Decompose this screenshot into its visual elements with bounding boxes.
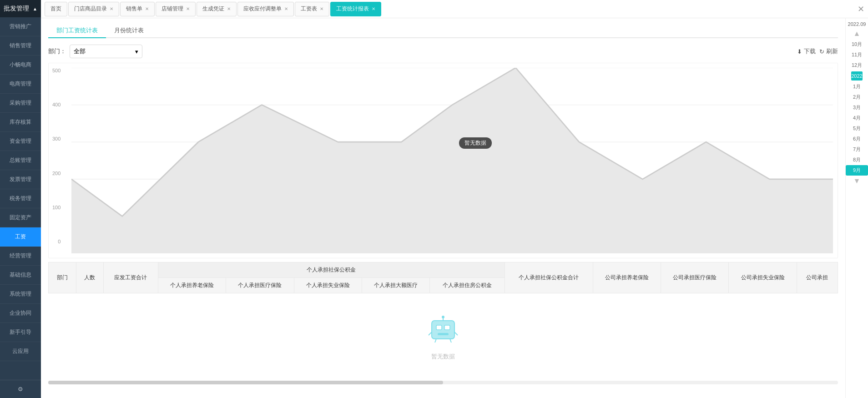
sidebar-item-xitong[interactable]: 系统管理 bbox=[0, 285, 41, 304]
main-content: 首页 门店商品目录 ✕ 销售单 ✕ 店铺管理 ✕ 生成凭证 ✕ 应收应付调整单 … bbox=[41, 0, 868, 398]
sub-tab-dept[interactable]: 部门工资统计表 bbox=[48, 24, 106, 38]
timeline-nov[interactable]: 11月 bbox=[846, 50, 868, 60]
toolbar-actions: ⬇ 下载 ↻ 刷新 bbox=[797, 47, 838, 55]
close-icon[interactable]: ✕ bbox=[186, 6, 190, 11]
timeline-panel: 2022.09 ▲ 10月 11月 12月 2022 1月 2月 3月 4月 5… bbox=[845, 18, 868, 398]
scroll-thumb[interactable] bbox=[48, 381, 443, 384]
svg-point-12 bbox=[442, 316, 444, 318]
timeline-down-icon[interactable]: ▼ bbox=[852, 176, 862, 186]
y-label-0: 0 bbox=[58, 239, 61, 244]
scroll-bar[interactable] bbox=[48, 381, 838, 384]
chart-y-labels: 500 400 300 200 100 0 bbox=[52, 68, 61, 244]
timeline-oct[interactable]: 10月 bbox=[846, 39, 868, 50]
timeline-sep[interactable]: 9月 bbox=[846, 165, 868, 176]
sidebar-item-jingying[interactable]: 经营管理 bbox=[0, 247, 41, 266]
sidebar-item-shuiwu[interactable]: 税务管理 bbox=[0, 189, 41, 208]
sidebar-item-xiaochang[interactable]: 小畅电商 bbox=[0, 55, 41, 75]
svg-rect-7 bbox=[432, 321, 454, 339]
timeline-jul[interactable]: 7月 bbox=[846, 144, 868, 155]
th-count: 人数 bbox=[76, 262, 104, 293]
empty-label: 暂无数据 bbox=[431, 353, 455, 361]
close-all-icon: ✕ bbox=[858, 4, 864, 14]
sidebar-item-zongzhang[interactable]: 总账管理 bbox=[0, 151, 41, 170]
sidebar-arrow-icon: ▲ bbox=[33, 6, 37, 11]
timeline-apr[interactable]: 4月 bbox=[846, 113, 868, 123]
filter-label: 部门： bbox=[48, 47, 66, 55]
close-icon[interactable]: ✕ bbox=[110, 6, 113, 11]
timeline-feb[interactable]: 2月 bbox=[846, 92, 868, 102]
th-company-medical: 公司承担医疗保险 bbox=[661, 262, 728, 293]
timeline-up-icon[interactable]: ▲ bbox=[852, 28, 862, 39]
gear-icon: ⚙ bbox=[18, 386, 23, 393]
dept-select[interactable]: 全部 ▾ bbox=[70, 45, 142, 58]
svg-marker-6 bbox=[71, 68, 833, 253]
th-personal-total: 个人承担社保公积金合计 bbox=[505, 262, 593, 293]
tab-store-mgmt[interactable]: 店铺管理 ✕ bbox=[156, 2, 196, 16]
svg-line-15 bbox=[435, 339, 436, 343]
th-total-salary: 应发工资合计 bbox=[104, 262, 158, 293]
th-personal-insurance-group: 个人承担社保公积金 bbox=[158, 262, 505, 278]
page-content: 部门工资统计表 月份统计表 部门： 全部 ▾ ⬇ bbox=[41, 18, 845, 398]
close-icon[interactable]: ✕ bbox=[372, 6, 375, 11]
y-label-300: 300 bbox=[52, 136, 61, 141]
close-icon[interactable]: ✕ bbox=[227, 6, 231, 11]
table-section: 部门 人数 应发工资合计 个人承担社保公积金 个人承担社保公积金合计 公司承担养… bbox=[48, 262, 838, 384]
tab-payroll[interactable]: 工资表 ✕ bbox=[295, 2, 329, 16]
sidebar-item-zijin[interactable]: 资金管理 bbox=[0, 132, 41, 151]
tab-ar-ap[interactable]: 应收应付调整单 ✕ bbox=[237, 2, 294, 16]
sub-tab-month[interactable]: 月份统计表 bbox=[106, 24, 152, 38]
svg-rect-10 bbox=[438, 333, 449, 335]
sidebar-item-qiye[interactable]: 企业协同 bbox=[0, 304, 41, 323]
sidebar-top[interactable]: 批发管理 ▲ bbox=[0, 0, 41, 17]
tab-home[interactable]: 首页 bbox=[45, 2, 67, 16]
download-icon: ⬇ bbox=[797, 48, 802, 55]
timeline-may[interactable]: 5月 bbox=[846, 123, 868, 134]
close-icon[interactable]: ✕ bbox=[284, 6, 288, 11]
sidebar-item-gudingzichan[interactable]: 固定资产 bbox=[0, 208, 41, 227]
sidebar-settings[interactable]: ⚙ bbox=[0, 380, 41, 398]
timeline-jan[interactable]: 1月 bbox=[846, 81, 868, 92]
timeline-year-2022[interactable]: 2022 bbox=[851, 71, 862, 81]
download-label: 下载 bbox=[804, 47, 816, 55]
th-company-unemploy: 公司承担失业保险 bbox=[729, 262, 797, 293]
svg-rect-9 bbox=[444, 325, 450, 330]
timeline-dec[interactable]: 12月 bbox=[846, 60, 868, 71]
timeline-jun[interactable]: 6月 bbox=[846, 134, 868, 144]
refresh-action[interactable]: ↻ 刷新 bbox=[819, 47, 838, 55]
sidebar-item-dianshang[interactable]: 电商管理 bbox=[0, 75, 41, 94]
timeline-aug[interactable]: 8月 bbox=[846, 155, 868, 165]
chart-svg bbox=[71, 68, 833, 253]
sidebar-item-caigou[interactable]: 采购管理 bbox=[0, 94, 41, 113]
close-icon[interactable]: ✕ bbox=[145, 6, 149, 11]
refresh-icon: ↻ bbox=[819, 48, 824, 55]
refresh-label: 刷新 bbox=[826, 47, 838, 55]
tab-payroll-report[interactable]: 工资统计报表 ✕ bbox=[330, 2, 381, 16]
y-label-200: 200 bbox=[52, 171, 61, 176]
y-label-500: 500 bbox=[52, 68, 61, 73]
dept-select-value: 全部 bbox=[74, 47, 86, 55]
timeline-mar[interactable]: 3月 bbox=[846, 102, 868, 113]
table-header-row-1: 部门 人数 应发工资合计 个人承担社保公积金 个人承担社保公积金合计 公司承担养… bbox=[49, 262, 838, 278]
sidebar-item-fapiao[interactable]: 发票管理 bbox=[0, 170, 41, 189]
sidebar-item-gongzi[interactable]: 工资 bbox=[0, 227, 41, 247]
sidebar-item-xiaoshou[interactable]: 销售管理 bbox=[0, 36, 41, 55]
sidebar-item-kucun[interactable]: 库存核算 bbox=[0, 113, 41, 132]
th-company-other: 公司承担 bbox=[797, 262, 838, 293]
sidebar-item-yingxiao[interactable]: 营销推广 bbox=[0, 17, 41, 36]
y-label-100: 100 bbox=[52, 205, 61, 210]
tab-voucher[interactable]: 生成凭证 ✕ bbox=[197, 2, 237, 16]
chart-tooltip: 暂无数据 bbox=[459, 137, 492, 149]
sidebar-item-xinshou[interactable]: 新手引导 bbox=[0, 323, 41, 342]
timeline-current-year: 2022.09 bbox=[846, 20, 868, 28]
th-personal-unemploy: 个人承担失业保险 bbox=[294, 278, 362, 293]
download-action[interactable]: ⬇ 下载 bbox=[797, 47, 816, 55]
sub-tabs: 部门工资统计表 月份统计表 bbox=[48, 24, 838, 38]
th-personal-pension: 个人承担养老保险 bbox=[158, 278, 226, 293]
tab-sales-order[interactable]: 销售单 ✕ bbox=[120, 2, 155, 16]
sidebar-item-yunyingyong[interactable]: 云应用 bbox=[0, 342, 41, 361]
th-personal-housing: 个人承担住房公积金 bbox=[430, 278, 505, 293]
tab-store-catalog[interactable]: 门店商品目录 ✕ bbox=[68, 2, 119, 16]
close-all-tabs[interactable]: ✕ bbox=[858, 4, 864, 14]
close-icon[interactable]: ✕ bbox=[320, 6, 323, 11]
sidebar-item-jichu[interactable]: 基础信息 bbox=[0, 266, 41, 285]
